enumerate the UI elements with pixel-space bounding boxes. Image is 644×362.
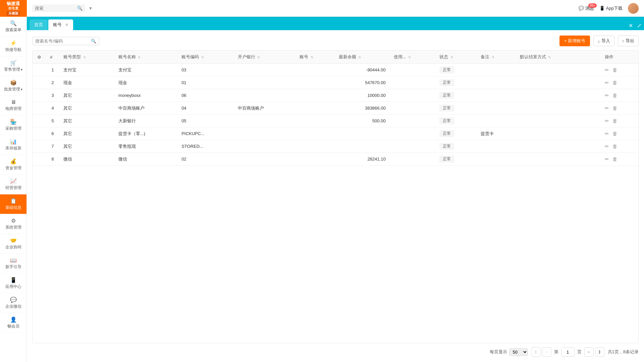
sidebar-item-purchase[interactable]: 🏪 采购管理: [0, 115, 26, 135]
table-search-box[interactable]: 🔍: [32, 37, 99, 45]
sidebar-item-retail[interactable]: 🛒 零售管理 ▾: [0, 56, 26, 76]
window-close-btn[interactable]: ✕: [629, 22, 633, 29]
row-account-cell: [296, 140, 335, 153]
user-avatar[interactable]: [628, 3, 639, 14]
col-type[interactable]: 账号类型 ⇅: [59, 51, 114, 64]
topbar-search[interactable]: 🔍: [32, 4, 85, 12]
sort-balance-icon: ⇅: [358, 55, 361, 59]
per-page-select[interactable]: 50 100 200: [509, 348, 528, 356]
row-actions: ✏ 🗑: [605, 131, 634, 137]
delete-icon[interactable]: 🗑: [612, 143, 618, 149]
delete-icon[interactable]: 🗑: [612, 105, 618, 111]
page-last-btn[interactable]: ⟫: [595, 347, 604, 357]
col-index: #: [46, 51, 59, 64]
edit-icon[interactable]: ✏: [605, 143, 609, 149]
sidebar-item-wholesale[interactable]: 📦 批发管理 ▾: [0, 76, 26, 96]
sidebar-item-label: 新手引导: [1, 264, 25, 270]
edit-icon[interactable]: ✏: [605, 93, 609, 99]
sidebar-item-ecommerce[interactable]: 🖥 电商管理: [0, 96, 26, 115]
ecommerce-icon: 🖥: [1, 99, 25, 105]
appcenter-icon: 📱: [1, 277, 25, 283]
row-index-cell: 1: [46, 64, 59, 76]
col-usage[interactable]: 使用... ⇅: [390, 51, 435, 64]
delete-icon[interactable]: 🗑: [612, 93, 618, 99]
edit-icon[interactable]: ✏: [605, 118, 609, 124]
sidebar-item-basic[interactable]: 📋 基础信息: [0, 194, 26, 214]
col-balance[interactable]: 最新余额 ⇅: [335, 51, 390, 64]
tab-account[interactable]: 账号 ✕: [48, 19, 73, 30]
edit-icon[interactable]: ✏: [605, 67, 609, 73]
delete-icon[interactable]: 🗑: [612, 131, 618, 137]
sidebar-item-finance[interactable]: 💰 资金管理: [0, 155, 26, 175]
topbar-dropdown-icon[interactable]: ▾: [89, 5, 92, 11]
topbar-message[interactable]: 💬 消息 99+: [579, 5, 594, 11]
row-code-cell: 04: [177, 102, 233, 115]
row-status-cell: 正常: [435, 64, 477, 76]
sort-usage-icon: ⇅: [408, 55, 411, 59]
col-name[interactable]: 账号名称 ⇅: [114, 51, 177, 64]
row-remark-cell: [477, 102, 516, 115]
tab-account-close[interactable]: ✕: [65, 22, 68, 27]
edit-icon[interactable]: ✏: [605, 131, 609, 137]
edit-icon[interactable]: ✏: [605, 80, 609, 86]
import-button[interactable]: ↓ 导入: [593, 36, 614, 46]
delete-icon[interactable]: 🗑: [612, 156, 618, 162]
sidebar-item-guide[interactable]: 📖 新手引导: [0, 254, 26, 274]
sidebar-item-enterprise[interactable]: 🤝 企业协同: [0, 234, 26, 254]
per-page-label: 每页显示: [490, 349, 507, 355]
status-badge: 正常: [439, 79, 454, 86]
edit-icon[interactable]: ✏: [605, 156, 609, 162]
row-type-cell: 微信: [59, 153, 114, 166]
sidebar-item-system[interactable]: ⚙ 系统管理: [0, 214, 26, 234]
row-name-cell: 大新银行: [114, 115, 177, 127]
col-remark[interactable]: 备注 ⇅: [477, 51, 516, 64]
row-status-cell: 正常: [435, 153, 477, 166]
sidebar-item-operations[interactable]: 📈 经营管理: [0, 175, 26, 194]
sidebar-item-appcenter[interactable]: 📱 应用中心: [0, 274, 26, 293]
topbar-search-input[interactable]: [35, 6, 75, 11]
row-bank-cell: [234, 89, 296, 102]
row-settings-cell: [33, 153, 46, 166]
sidebar-item-wechat[interactable]: 💬 企业微信: [0, 293, 26, 313]
export-button[interactable]: ↑ 导出: [618, 36, 639, 46]
sidebar-item-member[interactable]: 👤 畅会员: [0, 313, 26, 333]
sidebar-item-inventory[interactable]: 📊 库存核算: [0, 135, 26, 155]
sort-type-icon: ⇅: [83, 55, 86, 59]
delete-icon[interactable]: 🗑: [612, 80, 618, 86]
page-input[interactable]: [561, 347, 575, 357]
add-account-button[interactable]: + 新增账号: [559, 36, 590, 46]
sidebar-item-search[interactable]: 🔍 搜索菜单: [0, 17, 26, 37]
col-code[interactable]: 账号编码 ⇅: [177, 51, 233, 64]
page-prev-btn[interactable]: ‹: [542, 347, 551, 357]
row-default-settle-cell: [516, 153, 601, 166]
basic-icon: 📋: [1, 198, 25, 204]
page-label: 第: [554, 349, 558, 355]
topbar-app-download[interactable]: 📱 App下载: [599, 5, 623, 11]
delete-icon[interactable]: 🗑: [612, 118, 618, 124]
col-status[interactable]: 状态 ⇅: [435, 51, 477, 64]
table-body: 1 支付宝 支付宝 03 -90444.00 正常 ✏ 🗑 2 现金 现金 01: [33, 64, 638, 166]
row-action-cell: ✏ 🗑: [601, 89, 638, 102]
col-account[interactable]: 账号 ⇅: [296, 51, 335, 64]
table-search-input[interactable]: [35, 39, 89, 44]
main-area: 🔍 ▾ 💬 消息 99+ 📱 App下载 首页 账号 ✕ ✕: [27, 0, 644, 362]
tab-home[interactable]: 首页: [30, 19, 48, 30]
page-next-btn[interactable]: ›: [584, 347, 594, 357]
row-bank-cell: [234, 115, 296, 127]
toolbar: 🔍 + 新增账号 ↓ 导入 ↑ 导出: [32, 36, 639, 46]
col-default-settle[interactable]: 默认结算方式 ⇅: [516, 51, 601, 64]
delete-icon[interactable]: 🗑: [612, 67, 618, 73]
row-settings-cell: [33, 76, 46, 89]
col-settings[interactable]: ⚙: [33, 51, 46, 64]
sidebar-item-label: 畅会员: [1, 323, 25, 329]
status-badge: 正常: [439, 66, 454, 73]
window-expand-btn[interactable]: ⤢: [637, 22, 641, 29]
col-bank[interactable]: 开户银行 ⇅: [234, 51, 296, 64]
edit-icon[interactable]: ✏: [605, 105, 609, 111]
row-default-settle-cell: [516, 76, 601, 89]
search-menu-icon: 🔍: [1, 20, 25, 26]
row-index-cell: 4: [46, 102, 59, 115]
sidebar-item-quick[interactable]: ⚡ 快捷导航: [0, 37, 26, 56]
page-first-btn[interactable]: ⟪: [531, 347, 541, 357]
status-badge: 正常: [439, 92, 454, 99]
